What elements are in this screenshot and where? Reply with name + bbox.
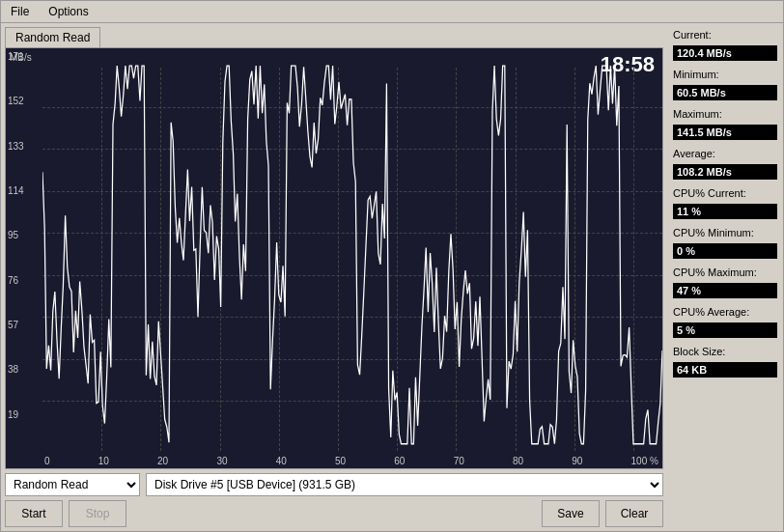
maximum-value: 141.5 MB/s	[673, 125, 777, 140]
x-label-90: 90	[572, 456, 582, 466]
x-label-10: 10	[98, 456, 109, 466]
block-size-label: Block Size:	[673, 346, 777, 357]
y-label-19: 19	[8, 410, 24, 420]
y-label-133: 133	[8, 142, 24, 152]
minimum-label: Minimum:	[673, 69, 777, 80]
y-label-152: 152	[8, 97, 24, 106]
y-label-57: 57	[8, 321, 24, 330]
cpu-minimum-value: 0 %	[673, 243, 777, 259]
y-label-114: 114	[8, 186, 24, 196]
menubar: File Options	[1, 1, 783, 23]
mode-dropdown[interactable]: Random Read Sequential Read Random Write…	[5, 473, 140, 496]
minimum-value: 60.5 MB/s	[673, 85, 777, 100]
x-label-0: 0	[44, 456, 50, 466]
y-label-76: 76	[8, 276, 24, 286]
tab-random-read[interactable]: Random Read	[5, 27, 100, 47]
y-label-95: 95	[8, 231, 24, 240]
x-label-60: 60	[394, 456, 405, 466]
left-panel: Random Read MB/s 18:58	[1, 23, 667, 531]
tab-bar: Random Read	[5, 27, 663, 47]
chart-container: MB/s 18:58	[5, 47, 663, 469]
x-label-100: 100 %	[631, 456, 658, 466]
menu-file[interactable]: File	[5, 3, 35, 20]
buttons-row: Start Stop Save Clear	[5, 500, 663, 527]
cpu-minimum-label: CPU% Minimum:	[673, 227, 777, 238]
x-label-80: 80	[513, 456, 523, 466]
controls-row: Random Read Sequential Read Random Write…	[5, 473, 663, 496]
cpu-current-label: CPU% Current:	[673, 187, 777, 199]
y-label-38: 38	[8, 365, 24, 375]
x-label-30: 30	[216, 456, 227, 466]
current-value: 120.4 MB/s	[673, 45, 777, 61]
y-label-0	[8, 455, 24, 464]
menu-options[interactable]: Options	[42, 3, 94, 20]
average-label: Average:	[673, 148, 777, 159]
cpu-maximum-label: CPU% Maximum:	[673, 266, 777, 278]
x-label-50: 50	[335, 456, 346, 466]
chart-svg	[42, 48, 662, 451]
clear-button[interactable]: Clear	[605, 500, 663, 527]
app-window: File Options Random Read MB/s 18:58	[0, 0, 784, 532]
cpu-current-value: 11 %	[673, 204, 777, 219]
start-button[interactable]: Start	[5, 500, 63, 527]
x-axis: 0 10 20 30 40 50 60 70 80 90 100 %	[44, 456, 658, 466]
main-area: Random Read MB/s 18:58	[1, 23, 783, 531]
cpu-maximum-value: 47 %	[673, 283, 777, 298]
x-label-70: 70	[454, 456, 464, 466]
x-label-40: 40	[276, 456, 287, 466]
y-axis: 171 152 133 114 95 76 57 38 19	[8, 48, 24, 468]
cpu-average-value: 5 %	[673, 322, 777, 338]
block-size-value: 64 KB	[673, 362, 777, 378]
y-label-171: 171	[8, 52, 24, 62]
save-button[interactable]: Save	[542, 500, 600, 527]
current-label: Current:	[673, 29, 777, 41]
drive-dropdown[interactable]: Disk Drive #5 [USB Device] (931.5 GB)	[146, 473, 663, 496]
stop-button[interactable]: Stop	[69, 500, 126, 527]
x-label-20: 20	[157, 456, 168, 466]
cpu-average-label: CPU% Average:	[673, 306, 777, 318]
maximum-label: Maximum:	[673, 108, 777, 120]
right-panel: Current: 120.4 MB/s Minimum: 60.5 MB/s M…	[667, 23, 783, 531]
average-value: 108.2 MB/s	[673, 164, 777, 180]
